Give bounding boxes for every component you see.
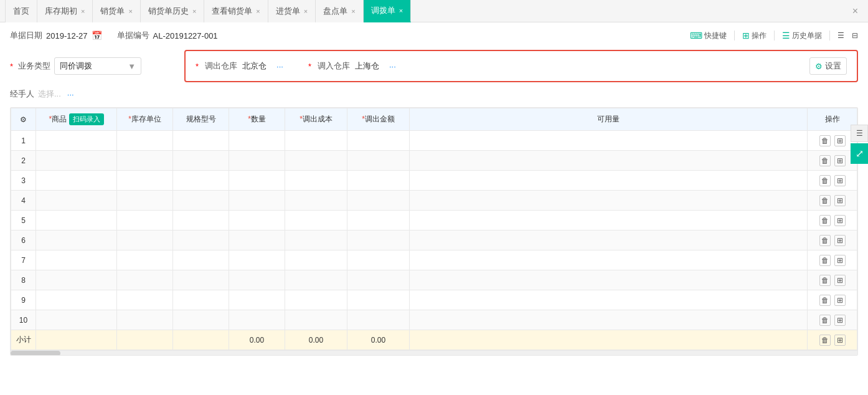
close-tab-sales-history[interactable]: × — [192, 7, 196, 15]
row-unit-6[interactable] — [117, 231, 173, 250]
row-cost-4[interactable] — [285, 191, 347, 211]
row-cost-1[interactable] — [285, 131, 347, 151]
layout-btn-2[interactable]: ⊟ — [852, 31, 858, 40]
row-product-4[interactable] — [36, 191, 117, 211]
horizontal-scrollbar[interactable] — [11, 350, 857, 355]
delete-row-icon[interactable]: 🗑 — [819, 195, 831, 206]
row-qty-7[interactable] — [229, 250, 285, 270]
history-btn[interactable]: ☰ 历史单据 — [782, 31, 822, 41]
row-cost-2[interactable] — [285, 151, 347, 171]
delete-row-icon[interactable]: 🗑 — [819, 175, 831, 186]
close-tab-sales[interactable]: × — [128, 7, 132, 15]
row-qty-8[interactable] — [229, 270, 285, 290]
calendar-icon[interactable]: 📅 — [92, 31, 102, 40]
row-product-3[interactable] — [36, 171, 117, 191]
row-cost-5[interactable] — [285, 211, 347, 231]
layout-btn-1[interactable]: ☰ — [837, 31, 844, 40]
delete-row-icon[interactable]: 🗑 — [819, 235, 831, 246]
row-product-1[interactable] — [36, 131, 117, 151]
row-spec-9[interactable] — [173, 290, 229, 310]
delete-row-icon[interactable]: 🗑 — [819, 135, 831, 146]
copy-row-icon[interactable]: ⊞ — [834, 195, 846, 206]
side-tool-list[interactable]: ☰ — [851, 125, 868, 142]
row-unit-10[interactable] — [117, 310, 173, 330]
row-spec-8[interactable] — [173, 270, 229, 290]
row-unit-9[interactable] — [117, 290, 173, 310]
close-tab-purchase[interactable]: × — [304, 7, 308, 15]
tab-view-sales[interactable]: 查看销货单 × — [204, 0, 268, 22]
close-tab-view-sales[interactable]: × — [256, 7, 260, 15]
copy-row-icon[interactable]: ⊞ — [834, 155, 846, 166]
row-product-7[interactable] — [36, 250, 117, 270]
row-amount-8[interactable] — [347, 270, 410, 290]
row-qty-9[interactable] — [229, 290, 285, 310]
wh-out-more[interactable]: ··· — [276, 62, 283, 71]
wh-in-more[interactable]: ··· — [389, 62, 396, 71]
biz-type-select[interactable]: 同价调拨 ▼ — [54, 57, 141, 75]
handler-more[interactable]: ··· — [67, 90, 74, 99]
row-amount-3[interactable] — [347, 171, 410, 191]
copy-row-icon[interactable]: ⊞ — [834, 275, 846, 286]
delete-row-icon[interactable]: 🗑 — [819, 155, 831, 166]
close-all-tabs[interactable]: × — [847, 6, 863, 17]
row-qty-10[interactable] — [229, 310, 285, 330]
row-spec-10[interactable] — [173, 310, 229, 330]
row-cost-8[interactable] — [285, 270, 347, 290]
operation-btn[interactable]: ⊞ 操作 — [742, 31, 767, 41]
copy-row-icon[interactable]: ⊞ — [834, 295, 846, 306]
row-cost-6[interactable] — [285, 231, 347, 250]
row-amount-4[interactable] — [347, 191, 410, 211]
row-qty-6[interactable] — [229, 231, 285, 250]
handler-select[interactable]: 选择... — [38, 88, 61, 100]
row-amount-2[interactable] — [347, 151, 410, 171]
tab-transfer[interactable]: 调拨单 × — [364, 0, 411, 22]
col-gear[interactable]: ⚙ — [11, 108, 36, 131]
row-qty-4[interactable] — [229, 191, 285, 211]
row-product-5[interactable] — [36, 211, 117, 231]
tab-purchase[interactable]: 进货单 × — [268, 0, 316, 22]
row-spec-3[interactable] — [173, 171, 229, 191]
copy-row-icon[interactable]: ⊞ — [834, 215, 846, 226]
row-unit-3[interactable] — [117, 171, 173, 191]
row-qty-3[interactable] — [229, 171, 285, 191]
row-spec-6[interactable] — [173, 231, 229, 250]
table-gear-icon[interactable]: ⚙ — [20, 115, 27, 124]
settings-button[interactable]: ⚙ 设置 — [809, 57, 847, 75]
row-product-2[interactable] — [36, 151, 117, 171]
row-qty-5[interactable] — [229, 211, 285, 231]
delete-row-icon[interactable]: 🗑 — [819, 275, 831, 286]
tab-stocktake[interactable]: 盘点单 × — [316, 0, 363, 22]
row-unit-8[interactable] — [117, 270, 173, 290]
row-unit-2[interactable] — [117, 151, 173, 171]
row-cost-3[interactable] — [285, 171, 347, 191]
scan-barcode-btn[interactable]: 扫码录入 — [69, 113, 104, 125]
row-spec-5[interactable] — [173, 211, 229, 231]
row-amount-5[interactable] — [347, 211, 410, 231]
tab-sales-order[interactable]: 销货单 × — [93, 0, 140, 22]
copy-row-icon[interactable]: ⊞ — [834, 255, 846, 266]
row-amount-1[interactable] — [347, 131, 410, 151]
delete-row-icon[interactable]: 🗑 — [819, 215, 831, 226]
copy-row-icon[interactable]: ⊞ — [834, 135, 846, 146]
row-spec-1[interactable] — [173, 131, 229, 151]
row-product-6[interactable] — [36, 231, 117, 250]
side-tool-expand[interactable]: ⤢ — [851, 143, 868, 164]
row-qty-2[interactable] — [229, 151, 285, 171]
close-tab-transfer[interactable]: × — [399, 7, 403, 14]
row-amount-9[interactable] — [347, 290, 410, 310]
close-tab-inventory[interactable]: × — [81, 7, 85, 15]
row-cost-7[interactable] — [285, 250, 347, 270]
close-tab-stocktake[interactable]: × — [351, 7, 355, 15]
row-amount-10[interactable] — [347, 310, 410, 330]
shortcut-btn[interactable]: ⌨ 快捷键 — [690, 31, 727, 41]
scrollbar-thumb[interactable] — [11, 351, 60, 356]
row-product-9[interactable] — [36, 290, 117, 310]
row-product-10[interactable] — [36, 310, 117, 330]
row-qty-1[interactable] — [229, 131, 285, 151]
row-spec-2[interactable] — [173, 151, 229, 171]
row-cost-9[interactable] — [285, 290, 347, 310]
row-unit-5[interactable] — [117, 211, 173, 231]
copy-row-icon[interactable]: ⊞ — [834, 175, 846, 186]
row-product-8[interactable] — [36, 270, 117, 290]
tab-sales-history[interactable]: 销货单历史 × — [141, 0, 204, 22]
